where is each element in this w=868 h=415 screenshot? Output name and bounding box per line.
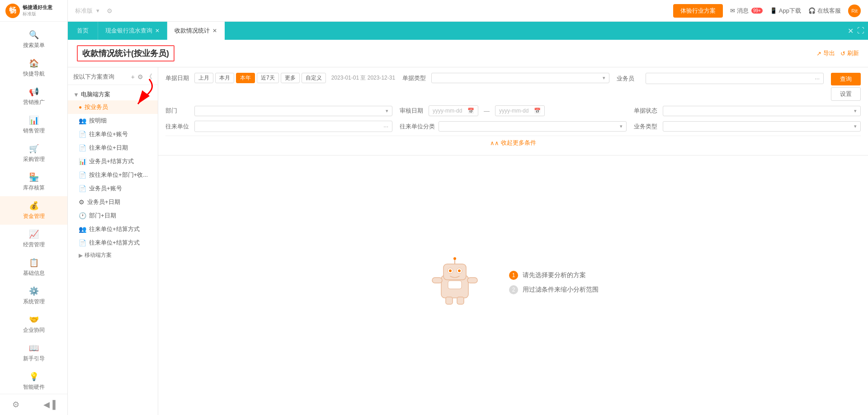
date-btn-more[interactable]: 更多 [281,73,300,83]
tab-bank-close[interactable]: ✕ [155,28,160,34]
staff-account-icon: 📄 [79,185,86,192]
capital-icon: 💰 [29,201,39,211]
sidebar-item-quicknav[interactable]: 🏠 快捷导航 [0,54,67,82]
query-button[interactable]: 查询 [831,73,861,85]
logo-icon: 畅 [5,4,20,18]
biz-type-select[interactable]: ▾ [663,121,861,132]
partner-category-label: 往来单位分类 [400,123,435,131]
collapse-more-btn[interactable]: ∧∧ 收起更多条件 [165,136,861,150]
scheme-settings-btn[interactable]: ⚙ [137,73,143,80]
tree-item-partner-date[interactable]: 📄 往来单位+日期 [68,141,158,155]
step-1-num: 1 [509,271,518,280]
app-download-item[interactable]: 📱 App下载 [770,7,801,15]
audit-date-end[interactable]: yyyy-mm-dd 📅 [495,105,545,116]
biz-type-filter-group: 业务类型 ▾ [634,121,861,132]
add-scheme-btn[interactable]: + [131,73,135,80]
date-btn-7days[interactable]: 近7天 [257,73,279,83]
tab-close-all-btn[interactable]: ✕ [848,27,854,35]
sidebar-item-sales[interactable]: 📊 销售管理 [0,111,67,139]
date-btn-this-month[interactable]: 本月 [215,73,234,83]
message-item[interactable]: ✉ 消息 99+ [730,7,763,15]
sidebar-nav: 🔍 搜索菜单 🏠 快捷导航 📢 营销推广 📊 销售管理 🛒 采购管理 🏪 库存核… [0,22,67,394]
date-filter-group: 单据日期 上月 本月 本年 近7天 更多 自定义 2023-01-01 至 20… [165,73,395,83]
sidebar-item-hardware[interactable]: 💡 智能硬件 [0,367,67,394]
partner-category-select[interactable]: ▾ [439,121,627,132]
doc-status-arrow: ▾ [854,108,857,114]
tree-item-by-staff[interactable]: ● 按业务员 [68,100,158,114]
body-area: 按以下方案查询 + ⚙ 《 ▼ 电脑端方案 ● 按业务员 [68,67,868,415]
panel-collapse-btn[interactable]: 《 [146,73,152,81]
sidebar-item-guide[interactable]: 📖 新手引导 [0,339,67,367]
sidebar-item-operation[interactable]: 📈 经营管理 [0,225,67,253]
dept-select[interactable]: ▾ [194,106,392,116]
operation-icon: 📈 [29,229,39,239]
partner-date-icon: 📄 [79,144,86,151]
tab-receipt[interactable]: 收款情况统计 ✕ [167,22,225,40]
settings-button[interactable]: 设置 [831,87,861,101]
filter-area: 单据日期 上月 本月 本年 近7天 更多 自定义 2023-01-01 至 20… [158,67,868,156]
refresh-button[interactable]: ↺ 刷新 [840,49,859,57]
date-btn-custom[interactable]: 自定义 [302,73,326,83]
guide-icon: 📖 [29,343,39,353]
top-header: 标准版 ▾ ⚙ 体验行业方案 ✉ 消息 99+ 📱 App下载 🎧 在线客服 [68,0,868,22]
tab-fullscreen-btn[interactable]: ⛶ [857,27,864,35]
partner-input[interactable]: ··· [194,121,392,132]
partner-dept-recv-icon: 📄 [79,171,86,179]
tree-item-staff-date[interactable]: ⚙ 业务员+日期 [68,195,158,209]
three-dots-partner[interactable]: ··· [383,123,388,130]
sidebar-item-purchase[interactable]: 🛒 采购管理 [0,139,67,168]
staff-select[interactable]: ··· [646,73,824,84]
staff-settle-icon: 📊 [79,158,86,165]
basic-icon: 📋 [29,258,39,268]
tab-receipt-close[interactable]: ✕ [212,28,217,34]
sidebar-item-system[interactable]: ⚙️ 系统管理 [0,282,67,310]
tree-item-staff-account[interactable]: 📄 业务员+账号 [68,182,158,195]
header-dropdown-icon[interactable]: ▾ [96,7,99,14]
sidebar-item-enterprise[interactable]: 🤝 企业协同 [0,310,67,339]
sidebar-item-marketing[interactable]: 📢 营销推广 [0,82,67,111]
doc-status-select[interactable]: ▾ [663,106,861,116]
logo-area: 畅 畅捷通好生意 标准版 [0,0,67,22]
doc-type-filter-group: 单据类型 ▾ [402,73,609,83]
sidebar-item-search[interactable]: 🔍 搜索菜单 [0,25,67,54]
three-dots-staff[interactable]: ··· [815,75,820,82]
audit-date-start[interactable]: yyyy-mm-dd 📅 [429,105,478,116]
biz-type-arrow: ▾ [854,123,857,129]
tree-item-partner-settle2[interactable]: 📄 往来单位+结算方式 [68,236,158,250]
date-btn-this-year[interactable]: 本年 [236,73,255,83]
tree-item-partner-settle1[interactable]: 👥 往来单位+结算方式 [68,222,158,236]
dept-filter-group: 部门 ▾ [165,106,392,116]
pc-section-header[interactable]: ▼ 电脑端方案 [68,89,158,100]
online-service-item[interactable]: 🎧 在线客服 [808,7,841,15]
tree-item-partner-account[interactable]: 📄 往来单位+账号 [68,127,158,141]
left-panel-header: 按以下方案查询 + ⚙ 《 [68,67,158,85]
step-2-num: 2 [509,285,518,294]
tab-home-label: 首页 [77,27,89,35]
left-panel-actions: + ⚙ 《 [131,73,152,81]
user-avatar[interactable]: Rit [848,5,861,17]
doc-type-arrow: ▾ [603,75,605,81]
footer-settings-btn[interactable]: ⚙ [12,400,19,410]
message-badge: 99+ [751,8,763,14]
doc-type-select[interactable]: ▾ [431,73,609,83]
export-button[interactable]: ↗ 导出 [816,49,835,57]
date-divider: — [484,108,490,114]
tree-item-staff-settle[interactable]: 📊 业务员+结算方式 [68,155,158,168]
trial-button[interactable]: 体验行业方案 [673,4,723,18]
tree-item-by-detail[interactable]: 👥 按明细 [68,114,158,127]
sidebar-item-basic[interactable]: 📋 基础信息 [0,253,67,282]
tree-section: ▼ 电脑端方案 ● 按业务员 👥 按明细 📄 往来单位+账号 [68,85,158,264]
tree-item-dept-date[interactable]: 🕐 部门+日期 [68,209,158,222]
mobile-section-header[interactable]: ▶ 移动端方案 [68,250,158,261]
phone-icon: 📱 [770,7,777,14]
footer-collapse-btn[interactable]: ◀▐ [43,400,56,410]
date-btn-last-month[interactable]: 上月 [194,73,213,83]
tab-home[interactable]: 首页 [68,22,98,40]
gear-settings-icon[interactable]: ⚙ [107,7,113,14]
headset-icon: 🎧 [808,7,816,14]
tab-bank-label: 现金银行流水查询 [105,27,152,35]
tab-bank[interactable]: 现金银行流水查询 ✕ [98,22,167,40]
sidebar-item-capital[interactable]: 💰 资金管理 [0,196,67,225]
tree-item-partner-dept-recv[interactable]: 📄 按往来单位+部门+收... [68,168,158,182]
sidebar-item-inventory[interactable]: 🏪 库存核算 [0,168,67,196]
